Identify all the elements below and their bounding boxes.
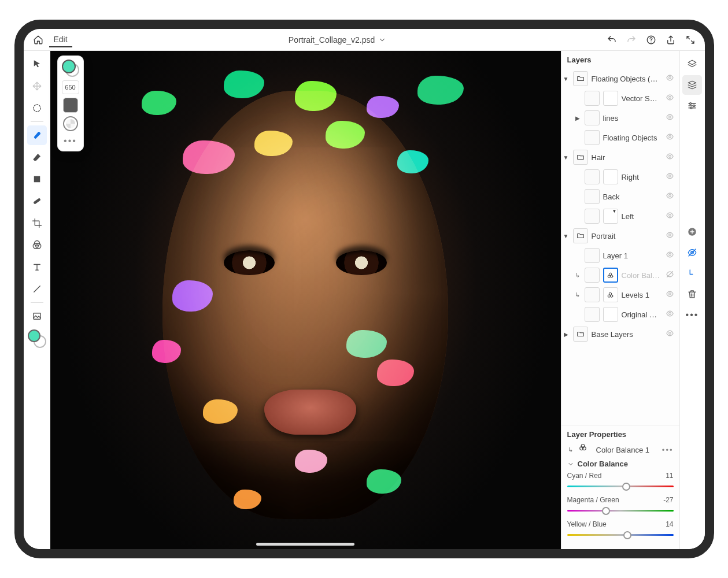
share-button[interactable]: [662, 31, 679, 49]
visibility-toggle[interactable]: [666, 172, 676, 182]
slider-knob[interactable]: [622, 483, 630, 491]
layer-properties: Layer Properties ↳ Color Balance 1 ••• C…: [561, 425, 679, 549]
svg-point-23: [611, 294, 613, 297]
layer-item[interactable]: Original Portr...: [561, 305, 679, 324]
layer-stack-button[interactable]: [682, 75, 702, 95]
heal-tool[interactable]: [27, 191, 47, 211]
slider-track[interactable]: [567, 482, 674, 490]
canvas[interactable]: [50, 51, 561, 549]
chevron-down-icon[interactable]: ▼: [563, 233, 570, 239]
more-actions-button[interactable]: •••: [682, 305, 702, 325]
layer-thumb: [585, 110, 600, 125]
layer-item[interactable]: Vector Smart...: [561, 88, 679, 108]
delete-layer-button[interactable]: [682, 284, 702, 304]
brush-more-button[interactable]: •••: [64, 135, 77, 147]
brush-options-panel: 650 •••: [57, 55, 84, 151]
brush-opacity-swatch[interactable]: [63, 116, 78, 131]
layer-item[interactable]: Right: [561, 167, 679, 187]
layer-item[interactable]: Floating Objects: [561, 128, 679, 147]
chevron-down-icon[interactable]: ▼: [563, 154, 570, 161]
layer-thumb: [585, 169, 600, 184]
undo-button[interactable]: [603, 31, 620, 49]
layer-group[interactable]: ▼Floating Objects (always...): [561, 69, 679, 88]
redo-button[interactable]: [623, 31, 640, 49]
visibility-toggle[interactable]: [666, 231, 676, 241]
color-balance-slider[interactable]: Yellow / Blue14: [567, 520, 674, 539]
layer-item[interactable]: ▼Left: [561, 206, 679, 226]
svg-point-22: [608, 294, 610, 297]
adjustment-title: Color Balance: [578, 460, 628, 468]
chevron-right-icon[interactable]: ▶: [563, 331, 570, 338]
place-image-tool[interactable]: [27, 306, 47, 326]
layer-item[interactable]: ↳Color Balan...: [561, 265, 679, 285]
layer-item[interactable]: Back: [561, 187, 679, 206]
toggle-visibility-button[interactable]: [682, 243, 702, 262]
layers-compact-button[interactable]: [682, 54, 702, 74]
transform-tool[interactable]: [27, 76, 47, 96]
slider-knob[interactable]: [602, 507, 610, 515]
color-balance-slider[interactable]: Cyan / Red11: [567, 472, 674, 490]
svg-rect-3: [33, 198, 41, 204]
visibility-toggle[interactable]: [666, 113, 676, 123]
adjust-tool[interactable]: [27, 235, 47, 255]
layer-group[interactable]: ▶Base Layers: [561, 324, 679, 344]
clip-layer-button[interactable]: [682, 264, 702, 283]
color-balance-slider[interactable]: Magenta / Green-27: [567, 496, 674, 514]
layer-label: Vector Smart...: [622, 94, 662, 103]
adjustment-section-toggle[interactable]: Color Balance: [567, 460, 674, 468]
layer-properties-more[interactable]: •••: [662, 446, 674, 454]
layer-thumb: [585, 189, 600, 204]
layer-item[interactable]: Layer 1: [561, 246, 679, 265]
visibility-toggle[interactable]: [666, 93, 676, 103]
chevron-right-icon[interactable]: ▶: [574, 115, 581, 121]
color-balance-sliders: Cyan / Red11Magenta / Green-27Yellow / B…: [567, 472, 674, 539]
blob: [142, 91, 176, 115]
line-tool[interactable]: [27, 279, 47, 299]
svg-point-12: [668, 155, 671, 158]
visibility-toggle[interactable]: [666, 329, 676, 339]
brush-color-swatch[interactable]: [62, 60, 79, 77]
properties-button[interactable]: [682, 96, 702, 116]
slider-knob[interactable]: [623, 531, 631, 539]
chevron-down-icon[interactable]: ▼: [563, 76, 570, 82]
layer-group[interactable]: ▼Hair: [561, 147, 679, 167]
visibility-toggle[interactable]: [666, 191, 676, 202]
visibility-toggle[interactable]: [666, 309, 676, 320]
layer-subgroup[interactable]: ▶lines: [561, 108, 679, 128]
visibility-toggle[interactable]: [666, 132, 676, 143]
home-indicator[interactable]: [256, 543, 354, 546]
edit-mode-button[interactable]: Edit: [49, 32, 72, 47]
eraser-tool[interactable]: [27, 147, 47, 167]
layer-mask-thumb: [603, 287, 618, 302]
help-button[interactable]: [642, 31, 660, 49]
move-tool[interactable]: [27, 54, 47, 74]
chevron-down-icon: [567, 461, 574, 468]
slider-track[interactable]: [567, 531, 674, 539]
folder-thumb: [573, 150, 588, 165]
home-button[interactable]: [29, 31, 47, 49]
fullscreen-button[interactable]: [682, 31, 699, 49]
brush-tool[interactable]: [27, 125, 47, 145]
brush-hardness-swatch[interactable]: [63, 98, 78, 113]
visibility-toggle[interactable]: [666, 211, 676, 221]
crop-tool[interactable]: [27, 213, 47, 233]
document-title[interactable]: Portrait_Collage_v2.psd: [289, 35, 386, 45]
layer-item[interactable]: ↳Levels 1: [561, 285, 679, 305]
visibility-toggle[interactable]: [666, 152, 676, 162]
lasso-tool[interactable]: [27, 98, 47, 118]
fill-tool[interactable]: [27, 169, 47, 189]
layers-icon: [687, 59, 697, 69]
slider-track[interactable]: [567, 506, 674, 514]
color-swatch-tool[interactable]: [29, 331, 45, 347]
slider-value: 14: [666, 520, 673, 528]
add-layer-button[interactable]: [682, 222, 702, 242]
visibility-toggle[interactable]: [666, 250, 676, 261]
visibility-toggle[interactable]: [666, 270, 676, 280]
visibility-toggle[interactable]: [666, 73, 676, 84]
type-tool[interactable]: [27, 257, 47, 277]
visibility-toggle[interactable]: [666, 290, 676, 300]
brush-size-field[interactable]: 650: [62, 80, 79, 94]
app-screen: Edit Portrait_Collage_v2.psd: [24, 29, 705, 549]
layer-group[interactable]: ▼Portrait: [561, 226, 679, 246]
layers-list[interactable]: ▼Floating Objects (always...)Vector Smar…: [561, 69, 679, 425]
